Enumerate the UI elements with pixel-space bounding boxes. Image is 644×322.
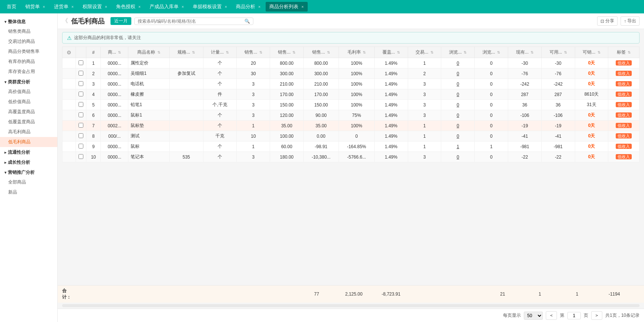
nav-template[interactable]: 单据模板设置 × [189,2,231,12]
checkbox-cell[interactable] [76,141,86,152]
view1-cell[interactable]: 0 [441,131,475,141]
view1-cell[interactable]: 0 [441,121,475,131]
sales-price-cell: 120.00 [270,110,304,121]
cover-rate-col-header[interactable]: 覆盖... ⇅ [374,47,408,58]
nav-analysis[interactable]: 商品分析 × [232,2,264,12]
view1-cell[interactable]: 0 [441,79,475,89]
sidebar-item-all[interactable]: 全部商品 [0,177,57,187]
gross-rate-cell: 100% [339,89,374,100]
period-button[interactable]: 近一月 [110,17,131,25]
saleable-cell: 0天 [575,68,608,79]
cover-rate-cell: 1.49% [374,89,408,100]
gross-rate-cell: 75% [339,110,374,121]
sales-amount-cell: -10,380... [304,152,339,162]
gross-rate-cell: 100% [339,68,374,79]
sidebar-item-new[interactable]: 新品 [0,187,57,197]
checkbox-cell[interactable] [76,121,86,131]
nav-permission[interactable]: 权限设置 × [79,2,111,12]
checkbox-cell[interactable] [76,89,86,100]
share-button[interactable]: ⊡ 分享 [597,16,618,26]
sales-price-col-header[interactable]: 销售... ⇅ [270,47,304,58]
sales-qty-col-header[interactable]: 销售... ⇅ [237,47,270,58]
search-input[interactable] [138,19,244,24]
saleable-cell: 0天 [575,58,608,68]
nav-sales[interactable]: 销货单 × [22,2,49,12]
sidebar-item-high-margin[interactable]: 高毛利商品 [0,127,57,137]
next-page-btn[interactable]: ＞ [591,311,602,320]
available-cell: 287 [541,89,575,100]
settings-col-header[interactable]: ⚙ [63,47,76,58]
sidebar-item-stocked[interactable]: 有库存的商品 [0,57,57,67]
available-cell: -30 [541,58,575,68]
view1-cell[interactable]: 0 [441,58,475,68]
page-number-input[interactable] [567,312,581,319]
saleable-col-header[interactable]: 可销... ⇅ [575,47,608,58]
prev-page-btn[interactable]: ＜ [546,311,557,320]
spec-cell [169,121,203,131]
nav-product-in[interactable]: 产成品入库单 × [146,2,188,12]
sidebar-item-sales-products[interactable]: 销售类商品 [0,26,57,36]
footer-total-label: 合计： [62,288,71,300]
sidebar-item-low-coverage[interactable]: 低覆盖度商品 [0,117,57,127]
sales-amount-col-header[interactable]: 销售... ⇅ [304,47,339,58]
code-cell: 0000... [101,110,128,121]
spec-col-header[interactable]: 规格... ⇅ [169,47,203,58]
cover-rate-cell: 1.49% [374,131,408,141]
unit-col-header[interactable]: 计量... ⇅ [203,47,237,58]
horizontal-scrollbar[interactable] [62,304,640,307]
unit-cell: 个 [203,152,237,162]
code-col-header[interactable]: 商... ⇅ [101,47,128,58]
sidebar-group-growth[interactable]: ▸成长性分析 [0,157,57,167]
checkbox-cell[interactable] [76,152,86,162]
checkbox-cell[interactable] [76,68,86,79]
seq-cell: 2 [86,68,101,79]
checkbox-cell[interactable] [76,79,86,89]
sidebar-group-flow[interactable]: ▸流通性分析 [0,147,57,157]
tag-col-header[interactable]: 标签 ⇅ [608,47,640,58]
trade-count-col-header[interactable]: 交易... ⇅ [408,47,441,58]
view1-cell[interactable]: 0 [441,100,475,110]
current-stock-col-header[interactable]: 现有... ⇅ [508,47,542,58]
view1-cell[interactable]: 0 [441,152,475,162]
sidebar-collapse-btn[interactable]: 《 [62,17,68,25]
page-size-select[interactable]: 50 100 200 [524,312,543,320]
name-col-header[interactable]: 商品名称 ⇅ [128,47,170,58]
checkbox-cell[interactable] [76,131,86,141]
export-button[interactable]: ↑ 导出 [621,16,640,26]
checkbox-cell[interactable] [76,110,86,121]
sidebar-group-overall[interactable]: ▾整体信息 [0,16,57,26]
settings-icon[interactable]: ⚙ [67,50,71,55]
settings-cell [63,110,76,121]
view1-cell[interactable]: 0 [441,89,475,100]
tag-cell: 低收入 [608,131,640,141]
search-icon[interactable]: 🔍 [244,19,250,24]
nav-analysis-list[interactable]: 商品分析列表 × [266,2,307,12]
sidebar-group-marketing[interactable]: ▾营销推广分析 [0,167,57,177]
nav-purchase[interactable]: 进货单 × [50,2,77,12]
view1-cell[interactable]: 0 [441,110,475,121]
view1-col-header[interactable]: 浏览... ⇅ [441,47,475,58]
top-nav: 首页 销货单 × 进货单 × 权限设置 × 角色授权 × 产成品入库单 × 单据… [0,0,644,13]
view1-cell[interactable]: 1 [441,141,475,152]
sidebar-item-traded[interactable]: 交易过的商品 [0,36,57,47]
gross-rate-col-header[interactable]: 毛利率 ⇅ [339,47,374,58]
sidebar-item-high-value[interactable]: 高价值商品 [0,87,57,97]
export-icon: ↑ [624,19,626,24]
sidebar-item-low-value[interactable]: 低价值商品 [0,97,57,107]
available-col-header[interactable]: 可用... ⇅ [541,47,575,58]
checkbox-cell[interactable] [76,58,86,68]
sidebar-group-cluster[interactable]: ▾类群度分析 [0,77,57,87]
page-size-label: 每页显示 [503,312,521,319]
view2-col-header[interactable]: 浏览... ⇅ [475,47,508,58]
sidebar-item-capital[interactable]: 库存资金占用 [0,67,57,77]
sidebar-item-high-coverage[interactable]: 高覆盖度商品 [0,107,57,117]
checkbox-cell[interactable] [76,100,86,110]
footer-available: -1194 [637,291,644,297]
nav-role[interactable]: 角色授权 × [112,2,144,12]
view1-cell[interactable]: 0 [441,68,475,79]
available-cell: 36 [541,100,575,110]
nav-home[interactable]: 首页 [3,2,20,12]
sidebar-item-category-rate[interactable]: 商品分类销售率 [0,47,57,57]
sidebar-item-low-margin[interactable]: 低毛利商品 [0,137,57,147]
cover-rate-cell: 1.49% [374,152,408,162]
